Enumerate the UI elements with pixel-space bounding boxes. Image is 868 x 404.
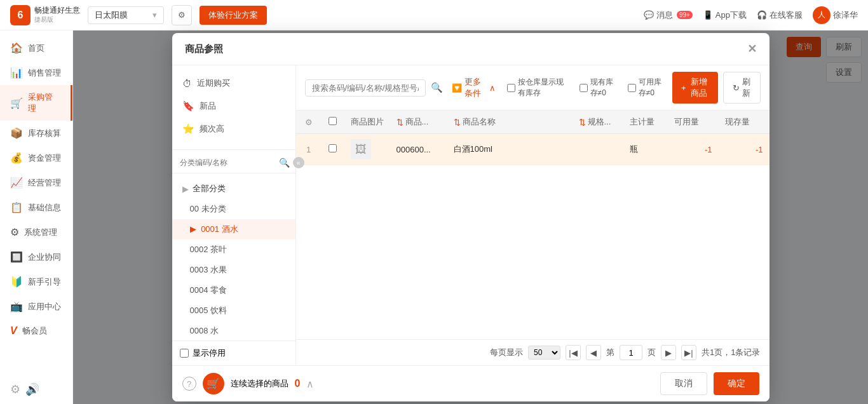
sidebar-item-enterprise[interactable]: 🔲 企业协同 — [0, 245, 72, 269]
sidebar-label-home: 首页 — [28, 43, 44, 54]
sidebar-label-purchase: 采购管理 — [28, 91, 60, 114]
search-submit-icon[interactable]: 🔍 — [431, 82, 443, 93]
trial-button[interactable]: 体验行业方案 — [200, 6, 267, 25]
prev-page-button[interactable]: ◀ — [586, 345, 601, 360]
settings-icon[interactable]: ⚙ — [10, 382, 20, 396]
sidebar-item-finance[interactable]: 💰 资金管理 — [0, 145, 72, 170]
cb-existing-stock[interactable]: 现有库存≠0 — [580, 77, 619, 98]
row-code: 000600... — [390, 134, 447, 165]
filter-icon: 🔽 — [452, 83, 462, 93]
product-search-input[interactable] — [305, 79, 426, 97]
th-product-code[interactable]: ⇅ 商品... — [390, 111, 447, 134]
last-page-button[interactable]: ▶| — [681, 345, 696, 360]
sidebar-label-operations: 经营管理 — [28, 177, 61, 189]
nav-high-frequency[interactable]: ⭐ 频次高 — [172, 118, 295, 140]
app-download-group[interactable]: 📱 App下载 — [703, 10, 747, 21]
category-search-bar: 🔍 « — [172, 152, 295, 173]
cancel-button[interactable]: 取消 — [660, 372, 707, 395]
th-spec[interactable]: ⇅ 规格... — [573, 111, 623, 134]
expand-cart-button[interactable]: ∧ — [306, 378, 314, 390]
add-product-button[interactable]: + 新增商品 — [672, 72, 718, 104]
sidebar-label-inventory: 库存核算 — [28, 128, 61, 139]
settings-col-icon: ⚙ — [305, 118, 313, 127]
select-all-checkbox[interactable] — [329, 117, 337, 125]
filter-label: 更多条件 — [465, 76, 487, 99]
nav-new-label: 新品 — [200, 100, 216, 112]
user-group[interactable]: 人 徐泽华 — [813, 6, 858, 24]
next-page-button[interactable]: ▶ — [661, 345, 676, 360]
refresh-label: 刷新 — [742, 76, 750, 99]
store-name: 日太阳膜 — [95, 10, 128, 21]
cart-count: 0 — [295, 378, 301, 389]
nav-new-products[interactable]: 🔖 新品 — [172, 95, 295, 118]
category-all-label: 全部分类 — [193, 183, 226, 194]
category-fruit[interactable]: 0003 水果 — [172, 260, 295, 280]
table-header: ⚙ 商品图片 — [296, 111, 770, 134]
sidebar-item-inventory[interactable]: 📦 库存核算 — [0, 121, 72, 145]
volume-icon[interactable]: 🔊 — [25, 382, 39, 396]
row-avail: -1 — [668, 134, 719, 165]
refresh-button[interactable]: ↻ 刷新 — [723, 72, 760, 104]
category-snacks[interactable]: 0004 零食 — [172, 280, 295, 300]
cb-existing-label: 现有库存≠0 — [590, 77, 619, 98]
nav-recent-purchase[interactable]: ⏱ 近期购买 — [172, 72, 295, 95]
show-disabled-checkbox[interactable] — [180, 349, 189, 358]
product-table-container: ⚙ 商品图片 — [296, 111, 770, 339]
page-number-input[interactable] — [620, 345, 642, 360]
cart-icon: 🛒 — [203, 373, 224, 394]
cb-warehouse-stock[interactable]: 按仓库显示现有库存 — [507, 77, 570, 98]
sidebar-item-sales[interactable]: 📊 销售管理 — [0, 60, 72, 85]
sidebar-item-basics[interactable]: 📋 基础信息 — [0, 195, 72, 220]
avatar: 人 — [813, 6, 831, 24]
sidebar-bottom: ⚙ 🔊 — [0, 375, 72, 404]
sidebar-item-vip[interactable]: V 畅会员 — [0, 319, 72, 343]
category-all[interactable]: ▶ 全部分类 — [172, 178, 295, 199]
category-search-icon[interactable]: 🔍 — [279, 158, 290, 168]
divider — [172, 149, 295, 150]
store-selector[interactable]: 日太阳膜 ▾ — [88, 6, 164, 24]
collapse-panel-button[interactable]: « — [293, 157, 304, 168]
finance-icon: 💰 — [10, 152, 23, 164]
show-disabled-label: 显示停用 — [193, 347, 226, 359]
category-search-input[interactable] — [180, 158, 275, 167]
total-info: 共1页，1条记录 — [702, 347, 760, 358]
page-size-select[interactable]: 50 100 200 — [528, 346, 560, 360]
th-unit: 主计量 — [623, 111, 668, 134]
sidebar-item-operations[interactable]: 📈 经营管理 — [0, 170, 72, 195]
category-beverages[interactable]: 0005 饮料 — [172, 300, 295, 321]
system-icon: ⚙ — [10, 226, 19, 238]
category-list: ▶ 全部分类 00 未分类 ▶ 0001 酒水 0002 茶 — [172, 173, 295, 340]
help-icon-button[interactable]: ? — [182, 377, 196, 391]
sidebar-item-home[interactable]: 🏠 首页 — [0, 36, 72, 60]
category-tea[interactable]: 0002 茶叶 — [172, 239, 295, 260]
filter-button[interactable]: 🔽 更多条件 ∧ — [448, 76, 500, 99]
modal-close-button[interactable]: ✕ — [747, 42, 757, 56]
cb-available-label: 可用库存≠0 — [639, 77, 667, 98]
online-service-group[interactable]: 🎧 在线客服 — [757, 10, 803, 21]
row-check[interactable] — [322, 134, 344, 165]
category-liquor[interactable]: ▶ 0001 酒水 — [172, 219, 295, 239]
sort-icon-code: ⇅ — [397, 118, 403, 127]
table-row[interactable]: 1 🖼 — [296, 134, 770, 165]
th-product-name[interactable]: ⇅ 商品名称 — [447, 111, 573, 134]
app-icon: 📺 — [10, 300, 23, 313]
page-word: 第 — [606, 347, 614, 358]
main-layout: 🏠 首页 📊 销售管理 🛒 采购管理 📦 库存核算 💰 资金管理 📈 经营管理 … — [0, 30, 868, 404]
category-water[interactable]: 0008 水 — [172, 321, 295, 340]
sidebar-item-app[interactable]: 📺 应用中心 — [0, 294, 72, 319]
confirm-button[interactable]: 确定 — [714, 372, 759, 395]
first-page-button[interactable]: |◀ — [566, 345, 581, 360]
sidebar-item-system[interactable]: ⚙ 系统管理 — [0, 220, 72, 245]
new-icon: 🔖 — [182, 100, 194, 112]
th-settings[interactable]: ⚙ — [296, 111, 322, 134]
operations-icon: 📈 — [10, 177, 23, 189]
category-uncategorized[interactable]: 00 未分类 — [172, 199, 295, 219]
sidebar-item-guide[interactable]: 🔰 新手引导 — [0, 269, 72, 294]
messages-group[interactable]: 💬 消息 99+ — [644, 10, 693, 21]
cb-available-stock[interactable]: 可用库存≠0 — [628, 77, 667, 98]
gear-button[interactable]: ⚙ — [172, 5, 192, 25]
product-reference-modal: 商品参照 ✕ ⏱ 近期购买 🔖 新 — [172, 33, 770, 401]
sidebar-label-sales: 销售管理 — [28, 67, 61, 79]
left-panel: ⏱ 近期购买 🔖 新品 ⭐ 频次高 — [172, 65, 296, 365]
sidebar-item-purchase[interactable]: 🛒 采购管理 — [0, 85, 72, 121]
